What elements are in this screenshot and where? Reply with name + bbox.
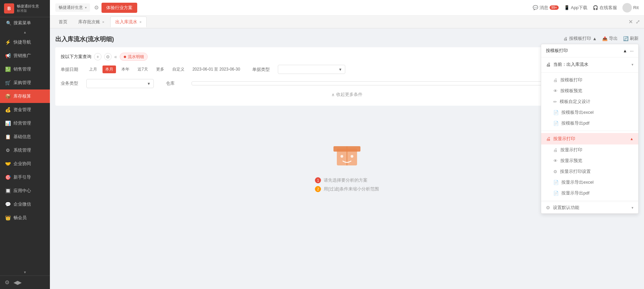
dropdown-display-preview[interactable]: 👁 按显示预览 — [541, 155, 638, 166]
sidebar-item-app-center[interactable]: 🔲 应用中心 — [0, 184, 50, 198]
quick-nav-icon: ⚡ — [5, 39, 11, 45]
filter-collapse-btn[interactable]: « — [114, 54, 117, 59]
display-print-item-label: 按显示打印 — [560, 147, 582, 153]
sidebar-item-inventory[interactable]: 📦 库存核算 — [0, 89, 50, 103]
sidebar-item-sales[interactable]: 💹 销售管理 — [0, 62, 50, 76]
dropdown-footer-default[interactable]: ⚙ 设置默认功能 ▾ — [541, 202, 638, 213]
sidebar-item-wechat[interactable]: 💬 企业微信 — [0, 198, 50, 211]
export-btn[interactable]: 📤 导出 — [602, 35, 618, 42]
dropdown-display-print-settings[interactable]: ⚙ 按显示打印设置 — [541, 166, 638, 177]
date-option-this-month[interactable]: 本月 — [103, 65, 116, 73]
message-btn[interactable]: 💬 消息 99+ — [533, 5, 559, 11]
sidebar-scroll-up[interactable]: ▲ — [0, 29, 50, 35]
biz-type-select[interactable]: ▾ — [86, 79, 154, 88]
page-title: 出入库流水(流水明细) — [55, 34, 114, 43]
filter-tag-dot-icon: ● — [123, 54, 127, 60]
display-export-excel-label: 按显示导出excel — [561, 179, 593, 185]
brand-name: 畅捷通好生意 — [17, 4, 39, 8]
tab-expand-icon[interactable]: ⤢ — [636, 19, 640, 25]
sidebar-scroll-down[interactable]: ▼ — [0, 269, 50, 275]
online-service-btn[interactable]: 🎧 在线客服 — [593, 5, 617, 11]
sidebar-item-finance[interactable]: 💰 资金管理 — [0, 103, 50, 116]
display-preview-label: 按显示预览 — [560, 158, 582, 164]
pdf-icon-2: 📄 — [553, 191, 559, 196]
refresh-btn[interactable]: 🔄 刷新 — [623, 35, 639, 42]
tab-home[interactable]: 首页 — [54, 17, 72, 27]
refresh-icon: 🔄 — [623, 36, 628, 41]
dropdown-display-print[interactable]: 🖨 按显示打印 — [541, 144, 638, 155]
sidebar-item-purchase[interactable]: 🛒 采购管理 — [0, 76, 50, 89]
username-label: Rit — [633, 5, 639, 10]
tab-inout-flow-close-icon[interactable]: × — [139, 20, 141, 24]
dropdown-template-print[interactable]: 🖨 按模板打印 — [541, 75, 638, 85]
message-icon: 💬 — [533, 5, 538, 10]
sidebar-item-quick-nav[interactable]: ⚡ 快捷导航 — [0, 35, 50, 49]
filter-title-label: 按以下方案查询 — [61, 54, 91, 60]
display-print-header-label: 按显示打印 — [553, 136, 575, 142]
cooperation-icon: 🤝 — [5, 161, 11, 167]
tabbar-right: ✕ ⤢ — [628, 19, 640, 25]
dropdown-display-print-header[interactable]: 🖨 按显示打印 ▲ — [541, 133, 638, 144]
search-menu[interactable]: 🔍 搜索菜单 — [0, 17, 50, 29]
sidebar-item-system[interactable]: ⚙ 系统管理 — [0, 143, 50, 157]
dropdown-display-export-excel[interactable]: 📄 按显示导出excel — [541, 177, 638, 188]
dropdown-expand-icon[interactable]: ▲ — [623, 48, 627, 53]
purchase-icon: 🛒 — [5, 80, 11, 86]
date-option-7days[interactable]: 近7天 — [135, 65, 151, 73]
tab-close-all-icon[interactable]: ✕ — [628, 19, 633, 25]
topbar-gear-icon[interactable]: ⚙ — [94, 4, 99, 11]
dropdown-template-preview[interactable]: 👁 按模板预览 — [541, 85, 638, 96]
template-print-btn[interactable]: 🖨 按模板打印 ▲ — [563, 35, 597, 42]
app-download-btn[interactable]: 📱 App下载 — [564, 5, 587, 11]
tab-inout-flow[interactable]: 出入库流水 × — [110, 17, 146, 27]
user-menu[interactable]: Rit — [622, 3, 639, 12]
date-option-this-year[interactable]: 本年 — [119, 65, 132, 73]
trial-btn[interactable]: 体验行业方案 — [101, 3, 137, 13]
sidebar-item-label: 系统管理 — [13, 147, 31, 153]
sidebar-item-label: 采购管理 — [13, 80, 31, 86]
tab-batch-account-close-icon[interactable]: × — [102, 20, 104, 24]
wechat-icon: 💬 — [5, 201, 11, 207]
collapse-label: 收起更多条件 — [336, 91, 362, 98]
filter-tag-liushui[interactable]: ● 流水明细 — [120, 53, 148, 61]
sidebar-item-basic[interactable]: 📋 基础信息 — [0, 130, 50, 143]
tab-batch-account[interactable]: 库存批次账 × — [74, 17, 109, 27]
topbar-brand[interactable]: 畅捷通好生意 ▾ — [55, 3, 90, 12]
doc-type-select[interactable]: ▾ — [278, 65, 345, 74]
dropdown-header: 按模板打印 ▲ ··· — [541, 44, 638, 57]
dropdown-more-icon[interactable]: ··· — [630, 48, 634, 53]
edit-icon-1: ✏ — [553, 99, 557, 104]
date-option-custom[interactable]: 自定义 — [170, 65, 187, 73]
dropdown-template-custom[interactable]: ✏ 模板自定义设计 — [541, 96, 638, 107]
template-custom-label: 模板自定义设计 — [560, 99, 590, 105]
dropdown-current-template[interactable]: 🖨 当前：出入库流水 ▾ — [541, 59, 638, 70]
dropdown-template-export-excel[interactable]: 📄 按模板导出excel — [541, 107, 638, 118]
template-print-item-label: 按模板打印 — [560, 77, 582, 83]
sidebar-item-marketing[interactable]: 📢 营销推广 — [0, 49, 50, 62]
topbar-right: 💬 消息 99+ 📱 App下载 🎧 在线客服 Rit — [533, 3, 639, 12]
sidebar-item-guide[interactable]: 🎯 新手引导 — [0, 170, 50, 184]
date-option-last-month[interactable]: 上月 — [86, 65, 100, 73]
dropdown-current-label: 当前：出入库流水 — [553, 61, 588, 68]
sales-icon: 💹 — [5, 66, 11, 72]
sidebar-settings-icon[interactable]: ⚙ — [5, 279, 9, 286]
sidebar-item-cooperation[interactable]: 🤝 企业协同 — [0, 157, 50, 170]
sidebar-item-label: 营销推广 — [13, 53, 31, 59]
eye-icon-1: 👁 — [553, 88, 558, 94]
date-option-more[interactable]: 更多 — [153, 65, 167, 73]
dropdown-display-export-pdf[interactable]: 📄 按显示导出pdf — [541, 188, 638, 199]
sidebar-item-member[interactable]: 👑 畅会员 — [0, 211, 50, 225]
doc-type-dropdown-icon: ▾ — [339, 67, 342, 72]
sidebar-item-label: 经营管理 — [13, 120, 31, 126]
sidebar-collapse-icon[interactable]: ◀▶ — [13, 279, 22, 286]
date-range-display: 2023-06-01 至 2023-06-30 — [193, 67, 240, 72]
brand-sub: 标准版 — [17, 8, 39, 13]
warehouse-select[interactable] — [192, 81, 580, 85]
dropdown-template-export-pdf[interactable]: 📄 按模板导出pdf — [541, 118, 638, 129]
filter-settings-btn[interactable]: ⚙ — [104, 53, 112, 60]
filter-tag-label: 流水明细 — [128, 54, 144, 60]
filter-add-btn[interactable]: + — [94, 53, 101, 60]
display-print-settings-label: 按显示打印设置 — [560, 168, 591, 175]
sidebar-item-operations[interactable]: 📊 经营管理 — [0, 116, 50, 130]
plus-icon: + — [96, 54, 99, 59]
